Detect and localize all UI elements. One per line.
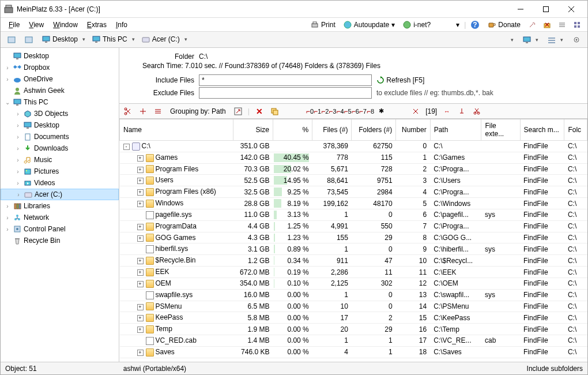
close-button[interactable] xyxy=(559,1,584,17)
table-row[interactable]: swapfile.sys16.0 MB0.00 %1013C:\swapfil.… xyxy=(120,289,587,301)
level-5-button[interactable]: ⌐5 xyxy=(344,106,352,117)
nav-settings[interactable] xyxy=(569,35,584,45)
col-3[interactable]: Files (#) xyxy=(312,119,352,141)
row-expander[interactable]: + xyxy=(137,235,144,242)
tree-node-this-pc[interactable]: ⌄This PC xyxy=(1,96,119,108)
tree-node-3d-objects[interactable]: ›3D Objects xyxy=(1,108,119,119)
level-1-button[interactable]: ⌐1 xyxy=(314,106,321,117)
tool-btn-4[interactable] xyxy=(233,106,243,117)
tree-node-network[interactable]: ›Network xyxy=(1,212,119,223)
tool-btn-5[interactable] xyxy=(269,106,280,117)
breadcrumb-1[interactable]: This PC▾ xyxy=(89,34,138,44)
donate-tool[interactable]: Donate xyxy=(484,20,524,30)
table-row[interactable]: +EEK672.0 MB0.19 %2,2861111C:\EEKFindFil… xyxy=(120,267,587,278)
tree-node-ashwin-geek[interactable]: Ashwin Geek xyxy=(1,85,119,96)
nav-monitor[interactable]: ▾ xyxy=(519,35,542,45)
tree-twist-icon[interactable]: ⌄ xyxy=(4,99,11,106)
nav-dropdown[interactable]: ▾ xyxy=(505,36,517,44)
table-row[interactable]: +GOG Games4.3 GB1.23 %155298C:\GOG G...F… xyxy=(120,232,587,243)
tree-node-videos[interactable]: ›Videos xyxy=(1,177,119,189)
tree-node-acer-c-[interactable]: ›Acer (C:) xyxy=(1,189,119,200)
col-8[interactable]: Search m... xyxy=(520,119,564,141)
table-row[interactable]: +Saves746.0 KB0.00 %4118C:\SavesFindFile… xyxy=(120,346,587,358)
tree-twist-icon[interactable]: › xyxy=(14,168,21,175)
row-expander[interactable]: + xyxy=(137,350,144,356)
tree-node-dropbox[interactable]: ›Dropbox xyxy=(1,62,119,73)
tree-node-documents[interactable]: ›Documents xyxy=(1,131,119,142)
col-5[interactable]: Number xyxy=(396,119,430,141)
tree-node-onedrive[interactable]: ›OneDrive xyxy=(1,73,119,85)
tool-btn-7[interactable] xyxy=(457,106,467,117)
nav-list[interactable]: ▾ xyxy=(544,35,567,45)
tree-node-desktop[interactable]: ›Desktop xyxy=(1,119,119,131)
col-7[interactable]: File exte... xyxy=(481,119,520,141)
table-row[interactable]: hiberfil.sys3.1 GB0.89 %109C:\hiberfil..… xyxy=(120,243,587,255)
include-input[interactable] xyxy=(199,74,372,86)
level-all[interactable]: ✱ xyxy=(379,106,384,117)
row-expander[interactable]: + xyxy=(137,281,144,287)
tree-twist-icon[interactable]: › xyxy=(15,192,22,198)
level-7-button[interactable]: ⌐7 xyxy=(359,106,367,117)
menu-extras[interactable]: Extras xyxy=(82,19,111,31)
tree-twist-icon[interactable]: › xyxy=(14,134,21,140)
tree-node-control-panel[interactable]: ›Control Panel xyxy=(1,223,119,235)
table-header-row[interactable]: NameSize%Files (#)Folders (#)NumberPathF… xyxy=(120,119,587,141)
tree-twist-icon[interactable]: › xyxy=(14,122,21,129)
tree-twist-icon[interactable]: › xyxy=(4,215,11,221)
tree-node-music[interactable]: ›Music xyxy=(1,154,119,166)
menu-info[interactable]: Info xyxy=(111,19,132,31)
tree-node-downloads[interactable]: ›Downloads xyxy=(1,142,119,154)
table-row[interactable]: +Windows28.8 GB8.19 %199,162481705C:\Win… xyxy=(120,198,587,209)
delete-btn[interactable]: ✕ xyxy=(254,106,265,117)
tool-btn-8[interactable] xyxy=(472,106,482,117)
tree-node-desktop[interactable]: Desktop xyxy=(1,50,119,62)
maximize-button[interactable] xyxy=(533,1,559,17)
table-row[interactable]: +Program Files (x86)32.5 GB9.25 %73,5452… xyxy=(120,186,587,198)
row-expander[interactable]: + xyxy=(137,258,144,264)
results-grid[interactable]: NameSize%Files (#)Folders (#)NumberPathF… xyxy=(119,119,587,362)
breadcrumb-0[interactable]: Desktop▾ xyxy=(39,34,89,44)
table-row[interactable]: +$Recycle.Bin1.2 GB0.34 %9114710C:\$Recy… xyxy=(120,255,587,267)
width-btn[interactable]: ↔ xyxy=(442,106,452,117)
level-8-button[interactable]: ⌐8 xyxy=(367,106,374,117)
tree-twist-icon[interactable]: › xyxy=(4,76,11,82)
help-tool[interactable]: ? xyxy=(467,19,483,31)
tree-node-recycle-bin[interactable]: Recycle Bin xyxy=(1,235,119,246)
exclude-input[interactable] xyxy=(199,87,372,99)
inet-tool[interactable]: i-net? ▾ xyxy=(399,20,463,30)
row-expander[interactable]: - xyxy=(123,144,130,150)
col-4[interactable]: Folders (#) xyxy=(352,119,396,141)
table-row[interactable]: -C:\351.0 GB378,369627500C:\FindFileC:\ xyxy=(120,141,587,152)
level-6-button[interactable]: ⌐6 xyxy=(352,106,359,117)
breadcrumb-2[interactable]: Acer (C:)▾ xyxy=(138,34,191,44)
row-expander[interactable]: + xyxy=(137,315,144,321)
tool-btn-3[interactable] xyxy=(153,106,163,117)
row-expander[interactable]: + xyxy=(137,155,144,162)
col-0[interactable]: Name xyxy=(120,119,233,141)
tool-btn-2[interactable] xyxy=(138,106,148,117)
table-row[interactable]: +Program Files70.3 GB20.02 %5,6717282C:\… xyxy=(120,163,587,175)
row-expander[interactable]: + xyxy=(137,189,144,196)
table-row[interactable]: +Games142.0 GB40.45 %7781151C:\GamesFind… xyxy=(120,152,587,163)
table-row[interactable]: VC_RED.cab1.4 MB0.00 %1117C:\VC_RE...cab… xyxy=(120,335,587,347)
row-expander[interactable]: + xyxy=(137,178,144,184)
col-2[interactable]: % xyxy=(273,119,312,141)
nav-back[interactable] xyxy=(4,35,19,45)
nav-up[interactable] xyxy=(21,35,36,45)
minimize-button[interactable] xyxy=(508,1,533,17)
misc-tool-2[interactable]: ✕ xyxy=(540,20,554,29)
tree-twist-icon[interactable]: › xyxy=(4,226,11,232)
tool-btn-6[interactable] xyxy=(410,106,421,117)
level-2-button[interactable]: ⌐2 xyxy=(321,106,329,117)
row-expander[interactable]: + xyxy=(137,269,144,276)
tree-twist-icon[interactable]: › xyxy=(4,203,11,209)
col-1[interactable]: Size xyxy=(233,119,273,141)
menu-file[interactable]: File xyxy=(4,19,24,31)
tool-btn-1[interactable] xyxy=(123,106,133,117)
refresh-link[interactable]: Refresh [F5] xyxy=(376,76,424,85)
table-row[interactable]: +Temp1.9 MB0.00 %202916C:\TempFindFileC:… xyxy=(120,324,587,335)
tree-node-pictures[interactable]: ›Pictures xyxy=(1,166,119,177)
level-4-button[interactable]: ⌐4 xyxy=(336,106,344,117)
table-row[interactable]: +Users52.5 GB14.95 %88,64197513C:\UsersF… xyxy=(120,175,587,186)
tree-twist-icon[interactable]: › xyxy=(4,65,11,71)
